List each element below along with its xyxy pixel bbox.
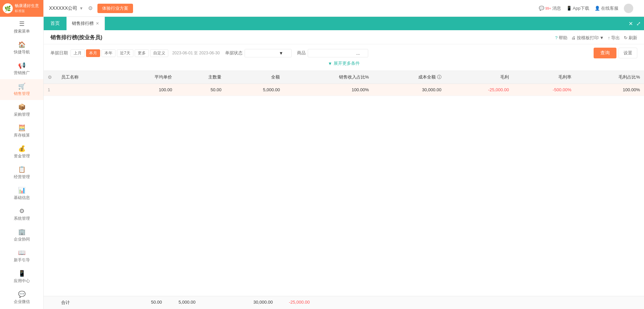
footer-gross: -25,000.00 [273, 300, 310, 306]
enterprise-icon: 🏢 [18, 228, 26, 236]
col-qty-header: 主数量 [176, 71, 225, 84]
template-print-button[interactable]: 🖨 按模板打印 ▼ [571, 35, 604, 41]
sidebar-item-marketing[interactable]: 📢 营销推广 [0, 58, 43, 79]
sidebar-item-wechat[interactable]: 💬 企业微信 [0, 287, 43, 308]
query-button[interactable]: 查询 [594, 48, 616, 58]
col-gross-header: 毛利 [445, 71, 513, 84]
sidebar-item-label: 新手引导 [14, 257, 30, 263]
date-btn-this-month[interactable]: 本月 [86, 49, 100, 57]
avatar[interactable] [624, 4, 633, 13]
table-settings-icon[interactable]: ⚙ [48, 74, 52, 80]
tab-expand-icon[interactable]: ⤢ [636, 20, 641, 27]
tab-close-icon[interactable]: ✕ [96, 21, 99, 26]
tab-home[interactable]: 首页 [44, 17, 67, 30]
table-wrap: ⚙ 员工名称 平均单价 主数量 全额 销售收入占比% 成本全额 ⓘ 毛利 毛利率… [44, 71, 644, 296]
date-btn-prev-month[interactable]: 上月 [71, 49, 85, 57]
printer-icon: 🖨 [571, 35, 576, 40]
footer-qty: 50.00 [135, 300, 162, 306]
date-label: 单据日期 [50, 50, 68, 56]
marketing-icon: 📢 [18, 62, 26, 69]
table-row: 1 100.00 50.00 5,000.00 100.00% 30,000.0… [44, 84, 644, 96]
sidebar-logo: 🌿 畅康通好生意 标准版 [0, 0, 43, 17]
app-download-icon: 📱 [566, 6, 572, 11]
guide-icon: 📖 [18, 249, 26, 256]
home-icon: 🏠 [18, 41, 26, 48]
filter-expand-row: ▼ 展开更多条件 [50, 58, 637, 67]
sidebar-item-purchase[interactable]: 📦 采购管理 [0, 100, 43, 121]
footer-gross-pct [343, 300, 377, 306]
refresh-button[interactable]: ↻ 刷新 [624, 35, 637, 41]
refresh-icon: ↻ [624, 35, 628, 40]
tab-close-all-icon[interactable]: ✕ [629, 20, 633, 27]
cell-avg-price: 100.00 [117, 84, 176, 96]
status-select[interactable]: ▼ [245, 49, 292, 57]
sidebar-item-label: 采购管理 [14, 112, 30, 117]
online-service-button[interactable]: 👤 在线客服 [595, 5, 618, 11]
sidebar-item-inventory[interactable]: 🧮 库存核算 [0, 121, 43, 142]
export-button[interactable]: ↑ 导出 [608, 35, 620, 41]
col-avg-price-header: 平均单价 [117, 71, 176, 84]
sidebar-item-label: 企业协同 [14, 237, 30, 242]
sidebar-item-apps[interactable]: 📱 应用中心 [0, 266, 43, 287]
help-button[interactable]: ? 帮助 [555, 35, 567, 41]
page-container: 销售排行榜(按业务员) ? 帮助 🖨 按模板打印 ▼ ↑ 导出 [44, 30, 644, 309]
date-btn-this-year[interactable]: 本年 [101, 49, 116, 57]
expand-more-label: 展开更多条件 [334, 60, 360, 66]
goods-filter-group: 商品 ... [297, 49, 368, 57]
cell-amount: 5,000.00 [225, 84, 284, 96]
setting-button[interactable]: 设置 [618, 48, 637, 58]
purchase-icon: 📦 [18, 103, 26, 111]
date-btn-custom[interactable]: 自定义 [150, 49, 168, 57]
sidebar-item-sales[interactable]: 🛒 销售管理 [0, 79, 43, 100]
sidebar-item-label: 销售管理 [14, 91, 30, 97]
sidebar-item-label: 营销推广 [14, 70, 30, 76]
footer-spacer [48, 300, 61, 306]
footer-avg [101, 300, 135, 306]
date-btn-more[interactable]: 更多 [135, 49, 149, 57]
cell-cost: 30,000.00 [373, 84, 445, 96]
company-dropdown-icon: ▼ [79, 6, 83, 11]
cell-gross-rate: -500.00% [513, 84, 575, 96]
apps-icon: 📱 [18, 270, 26, 277]
data-table: ⚙ 员工名称 平均单价 主数量 全额 销售收入占比% 成本全额 ⓘ 毛利 毛利率… [44, 71, 644, 96]
sidebar-item-quick-nav[interactable]: 🏠 快捷导航 [0, 38, 43, 58]
sidebar: 🌿 畅康通好生意 标准版 ☰ 搜索菜单 🏠 快捷导航 📢 营销推广 🛒 销售管理… [0, 0, 44, 309]
cell-sales-pct: 100.00% [284, 84, 373, 96]
app-download-label: App下载 [573, 5, 589, 11]
sidebar-item-finance[interactable]: 💰 资金管理 [0, 142, 43, 162]
topbar-gear-icon[interactable]: ⚙ [88, 5, 93, 11]
goods-select[interactable]: ... [308, 49, 368, 57]
sidebar-item-label: 搜索菜单 [14, 29, 30, 34]
sidebar-item-guide[interactable]: 📖 新手引导 [0, 246, 43, 266]
page-title: 销售排行榜(按业务员) [50, 34, 102, 41]
goods-label: 商品 [297, 50, 306, 56]
company-selector[interactable]: XXXXXX公司 ▼ [49, 5, 83, 11]
sidebar-item-basic-info[interactable]: 📊 基础信息 [0, 183, 43, 204]
export-icon: ↑ [608, 35, 610, 40]
tabbar-right: ✕ ⤢ [629, 20, 644, 27]
message-label: 消息 [552, 6, 561, 11]
sidebar-item-label: 库存核算 [14, 133, 30, 138]
sidebar-item-label: 基础信息 [14, 195, 30, 201]
sidebar-item-operations[interactable]: 📋 经营管理 [0, 162, 43, 183]
message-icon: 💬 [539, 6, 544, 11]
trial-button[interactable]: 体验行业方案 [97, 4, 133, 13]
date-btn-7days[interactable]: 近7天 [117, 49, 133, 57]
cell-rank: 1 [44, 84, 57, 96]
help-icon: ? [555, 35, 557, 40]
sidebar-item-enterprise[interactable]: 🏢 企业协同 [0, 225, 43, 246]
main-area: XXXXXX公司 ▼ ⚙ 体验行业方案 💬 99+ 消息 📱 App下载 👤 在… [44, 0, 644, 309]
footer-label: 合计 [61, 300, 101, 306]
expand-more-button[interactable]: ▼ 展开更多条件 [328, 60, 360, 66]
footer-gross-rate [310, 300, 343, 306]
message-button[interactable]: 💬 99+ 消息 [539, 5, 561, 11]
app-download-button[interactable]: 📱 App下载 [566, 5, 589, 11]
sidebar-item-search[interactable]: ☰ 搜索菜单 [0, 17, 43, 38]
template-print-dropdown-icon: ▼ [600, 35, 604, 40]
logo-title: 畅康通好生意 [15, 3, 39, 9]
col-gross-rate-header: 毛利率 [513, 71, 575, 84]
tab-sales-rank[interactable]: 销售排行榜 ✕ [67, 17, 105, 30]
sidebar-item-system[interactable]: ⚙ 系统管理 [0, 204, 43, 225]
topbar: XXXXXX公司 ▼ ⚙ 体验行业方案 💬 99+ 消息 📱 App下载 👤 在… [44, 0, 644, 17]
online-service-label: 在线客服 [601, 5, 618, 11]
